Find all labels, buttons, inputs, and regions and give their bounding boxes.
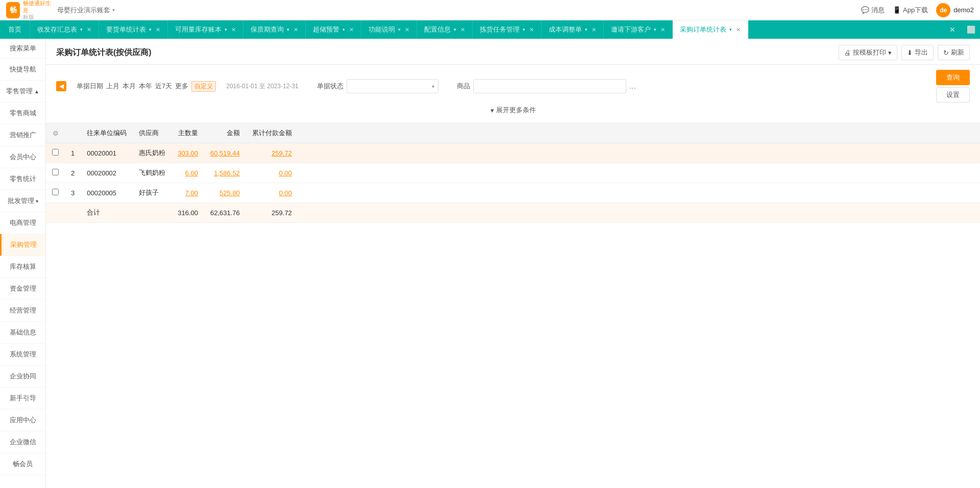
shortcut-7days[interactable]: 近7天 <box>155 82 172 91</box>
tab-warranty-query[interactable]: 保质期查询 ▾ ✕ <box>243 20 306 39</box>
sidebar-item-purchase-mgmt[interactable]: 采购管理 <box>0 234 45 256</box>
printer-icon: 🖨 <box>844 49 851 57</box>
status-select[interactable]: 全部 待审核 已审核 已完成 已取消 <box>347 79 438 93</box>
table-header-row: ⚙ 往来单位编码 供应商 主数量 金额 累计付款金额 <box>46 123 980 143</box>
close-icon[interactable]: ✕ <box>460 27 465 33</box>
close-icon[interactable]: ✕ <box>293 27 298 33</box>
close-icon[interactable]: ✕ <box>156 27 160 33</box>
sidebar-item-new-guide[interactable]: 新手引导 <box>0 388 45 409</box>
sidebar-quick-nav[interactable]: 快捷导航 <box>0 59 45 81</box>
search-button[interactable]: 查询 <box>936 70 970 85</box>
tab-function-desc[interactable]: 功能说明 ▾ ✕ <box>361 20 417 39</box>
close-icon[interactable]: ✕ <box>592 27 596 33</box>
goods-more-button[interactable]: ... <box>629 82 636 91</box>
footer-label: 合计 <box>81 203 133 223</box>
row-index: 1 <box>65 143 81 163</box>
row-checkbox[interactable] <box>46 163 65 183</box>
row-checkbox[interactable] <box>46 183 65 203</box>
sidebar-item-vip-member[interactable]: 畅会员 <box>0 453 45 475</box>
goods-filter-label: 商品 <box>457 82 470 91</box>
close-icon[interactable]: ✕ <box>736 27 741 33</box>
table-row[interactable]: 2 00020002 飞鹤奶粉 6.00 1,586.52 0.00 <box>46 163 980 183</box>
close-icon[interactable]: ✕ <box>231 27 236 33</box>
table-row[interactable]: 1 00020001 惠氏奶粉 303.00 60,519.44 259.72 <box>46 143 980 163</box>
sidebar-item-inventory-check[interactable]: 库存核算 <box>0 256 45 278</box>
close-icon[interactable]: ✕ <box>529 27 534 33</box>
breadcrumb-arrow-icon: ▾ <box>112 7 115 13</box>
sidebar-item-enterprise-collab[interactable]: 企业协同 <box>0 366 45 388</box>
goods-input[interactable] <box>473 79 626 93</box>
sidebar-item-retail-mall[interactable]: 零售商城 <box>0 102 45 124</box>
expand-more-row: ▾ 展开更多条件 <box>56 102 970 118</box>
sidebar-item-enterprise-wechat[interactable]: 企业微信 <box>0 431 45 453</box>
shortcut-more[interactable]: 更多 <box>175 82 188 91</box>
tab-order-summary[interactable]: 要货单统计表 ▾ ✕ <box>99 20 168 39</box>
row-amount: 525.80 <box>204 183 246 203</box>
th-checkbox: ⚙ <box>46 123 65 143</box>
footer-supplier-empty <box>133 203 172 223</box>
row-supplier: 飞鹤奶粉 <box>133 163 172 183</box>
window-close-button[interactable]: ✕ <box>943 20 962 39</box>
app-download-button[interactable]: 📱 App下载 <box>893 6 928 15</box>
close-icon[interactable]: ✕ <box>405 27 409 33</box>
expand-more-button[interactable]: ▾ 展开更多条件 <box>491 106 536 115</box>
tab-home[interactable]: 首页 <box>0 20 30 39</box>
status-select-wrapper: 全部 待审核 已审核 已完成 已取消 ▾ <box>347 79 438 93</box>
breadcrumb[interactable]: 母婴行业演示账套 ▾ <box>52 6 861 15</box>
close-icon[interactable]: ✕ <box>349 27 354 33</box>
sidebar-item-operations-mgmt[interactable]: 经营管理 <box>0 300 45 322</box>
sidebar: 搜索菜单 快捷导航 零售管理 ▲ 零售商城 营销推广 会员中心 零售统计 批发管… <box>0 39 46 488</box>
th-paid-amount: 累计付款金额 <box>246 123 298 143</box>
settings-button[interactable]: 设置 <box>936 87 970 102</box>
tab-dropdown-icon: ▾ <box>149 27 152 32</box>
sidebar-item-retail-stats[interactable]: 零售统计 <box>0 168 45 190</box>
table-row[interactable]: 3 00020005 好孩子 7.00 525.80 0.00 <box>46 183 980 203</box>
message-button[interactable]: 💬 消息 <box>861 6 885 15</box>
filter-goods-item: 商品 ... <box>457 79 636 93</box>
expand-down-icon: ▾ <box>491 107 494 114</box>
shortcut-this-year[interactable]: 本年 <box>139 82 152 91</box>
sidebar-item-marketing[interactable]: 营销推广 <box>0 124 45 146</box>
tab-available-stock[interactable]: 可用量库存账本 ▾ ✕ <box>168 20 243 39</box>
sidebar-item-basic-info[interactable]: 基础信息 <box>0 322 45 344</box>
date-filter-label: 单据日期 <box>77 82 103 91</box>
sidebar-item-app-center[interactable]: 应用中心 <box>0 409 45 431</box>
tab-pick-task[interactable]: 拣货任务管理 ▾ ✕ <box>473 20 542 39</box>
page-title: 采购订单统计表(按供应商) <box>56 47 152 58</box>
user-profile[interactable]: de demo2 <box>936 3 974 17</box>
tab-purchase-order-summary[interactable]: 采购订单统计表 ▾ ✕ <box>673 20 748 39</box>
filter-collapse-button[interactable]: ◀ <box>56 81 66 91</box>
breadcrumb-selector[interactable]: 母婴行业演示账套 ▾ <box>57 6 115 15</box>
tab-config-info[interactable]: 配置信息 ▾ ✕ <box>417 20 473 39</box>
sidebar-search[interactable]: 搜索菜单 <box>0 39 45 59</box>
refresh-button[interactable]: ↻ 刷新 <box>938 45 970 60</box>
page-actions: 🖨 按模板打印 ▾ ⬇ 导出 ↻ 刷新 <box>839 45 970 60</box>
sidebar-item-finance-mgmt[interactable]: 资金管理 <box>0 278 45 300</box>
template-print-button[interactable]: 🖨 按模板打印 ▾ <box>839 45 897 60</box>
row-checkbox[interactable] <box>46 143 65 163</box>
tab-invite-downstream[interactable]: 邀请下游客户 ▾ ✕ <box>604 20 673 39</box>
tab-overstock-warning[interactable]: 超储预警 ▾ ✕ <box>306 20 361 39</box>
tab-cost-adjust[interactable]: 成本调整单 ▾ ✕ <box>542 20 604 39</box>
date-custom-badge[interactable]: 自定义 <box>191 81 216 92</box>
sidebar-item-retail-mgmt[interactable]: 零售管理 ▲ <box>0 81 45 102</box>
table-settings-icon[interactable]: ⚙ <box>53 130 59 137</box>
close-icon[interactable]: ✕ <box>87 27 91 33</box>
sidebar-item-system-mgmt[interactable]: 系统管理 <box>0 344 45 366</box>
content-area: 采购订单统计表(按供应商) 🖨 按模板打印 ▾ ⬇ 导出 ↻ 刷新 <box>46 39 980 488</box>
sidebar-item-member-center[interactable]: 会员中心 <box>0 146 45 168</box>
row-amount: 60,519.44 <box>204 143 246 163</box>
tab-dropdown-icon: ▾ <box>342 27 345 32</box>
tab-receive-summary[interactable]: 收发存汇总表 ▾ ✕ <box>30 20 99 39</box>
sidebar-item-ecommerce-mgmt[interactable]: 电商管理 <box>0 212 45 234</box>
dropdown-arrow-icon: ▾ <box>888 49 892 57</box>
shortcut-last-month[interactable]: 上月 <box>106 82 119 91</box>
sidebar-item-wholesale-mgmt[interactable]: 批发管理 ▾ <box>0 190 45 212</box>
row-partner-code: 00020001 <box>81 143 133 163</box>
window-maximize-button[interactable]: ⬜ <box>962 20 980 39</box>
export-button[interactable]: ⬇ 导出 <box>901 45 934 60</box>
tab-dropdown-icon: ▾ <box>454 27 456 32</box>
close-icon[interactable]: ✕ <box>660 27 665 33</box>
shortcut-this-month[interactable]: 本月 <box>122 82 136 91</box>
filter-date-item: 单据日期 上月 本月 本年 近7天 更多 自定义 <box>77 81 216 92</box>
